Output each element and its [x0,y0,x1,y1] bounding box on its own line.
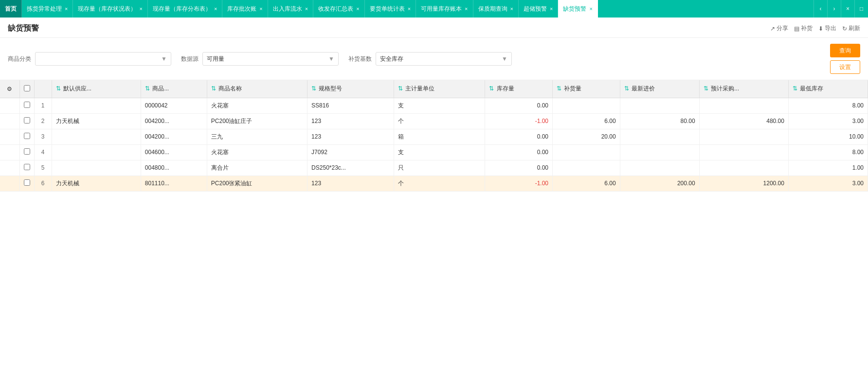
tab-abnormal-close[interactable]: × [65,6,68,12]
tab-available-close[interactable]: × [465,6,468,12]
table-row: 6 力天机械 801110... PC200张紧油缸 123 个 -1.00 6… [0,176,868,191]
nav-close-all[interactable]: × [841,0,854,18]
tab-overstock[interactable]: 超储预警 × [519,0,558,18]
row-supplier-cell [52,160,141,176]
tab-overstock-close[interactable]: × [550,6,553,12]
row-checkbox-cell[interactable] [19,160,34,176]
row-product-code-cell: 004800... [141,160,207,176]
row-checkbox[interactable] [24,148,30,155]
settings-column-header[interactable]: ⚙ [0,80,19,98]
row-checkbox[interactable] [24,164,30,170]
query-button[interactable]: 查询 [830,44,860,57]
nav-next-arrow[interactable]: › [827,0,841,18]
latest-price-sort-icon: ⇅ [624,85,629,92]
page-header: 缺货预警 ↗ 分享 ▤ 补货 ⬇ 导出 ↻ 刷新 [0,18,868,38]
refresh-icon: ↻ [842,25,847,32]
row-checkbox-cell[interactable] [19,113,34,129]
tab-receive-close[interactable]: × [356,6,359,12]
row-latest-price-cell [620,160,699,176]
datasource-select[interactable]: 可用量 ▼ [202,52,339,66]
row-checkbox[interactable] [24,117,30,123]
latest-price-column-header[interactable]: ⇅ 最新进价 [620,80,699,98]
table-header-row: ⚙ ⇅ 默认供应... ⇅ 商品... ⇅ [0,80,868,98]
row-min-stock-cell: 1.00 [788,160,868,176]
tab-inout[interactable]: 出入库流水 × [268,0,313,18]
row-stock-cell: 0.00 [485,144,553,160]
row-checkbox-cell[interactable] [19,144,34,160]
tab-inout-close[interactable]: × [305,6,308,12]
tab-home-label: 首页 [5,5,17,13]
product-code-column-header[interactable]: ⇅ 商品... [141,80,207,98]
replenish-qty-column-header[interactable]: ⇅ 补货量 [553,80,620,98]
export-icon: ⬇ [818,25,823,32]
row-product-code-cell: 004200... [141,129,207,144]
replenish-base-filter-group: 补货基数 安全库存 ▼ [348,52,512,66]
share-action[interactable]: ↗ 分享 [770,24,788,33]
tab-expire[interactable]: 保质期查询 × [473,0,519,18]
spec-sort-icon: ⇅ [311,85,316,92]
tab-shortage-close[interactable]: × [589,6,592,12]
row-replenish-qty-cell [553,160,620,176]
table-row: 4 004600... 火花塞 J7092 支 0.00 8.00 [0,144,868,160]
est-purchase-column-header[interactable]: ⇅ 预计采购... [699,80,788,98]
row-checkbox-cell[interactable] [19,98,34,113]
tab-order-stat-close[interactable]: × [408,6,411,12]
row-num-cell: 2 [34,113,52,129]
settings-button[interactable]: 设置 [830,60,860,74]
refresh-action[interactable]: ↻ 刷新 [842,24,860,33]
replenish-base-select[interactable]: 安全库存 ▼ [376,52,512,66]
tab-inventory-status[interactable]: 现存量（库存状况表） × [73,0,147,18]
row-checkbox[interactable] [24,133,30,139]
min-stock-column-header[interactable]: ⇅ 最低库存 [788,80,868,98]
tab-inventory-status-close[interactable]: × [139,6,142,12]
unit-column-header[interactable]: ⇅ 主计量单位 [394,80,485,98]
row-checkbox[interactable] [24,179,30,186]
category-select[interactable]: ▼ [35,52,171,66]
datasource-value: 可用量 [207,55,224,63]
row-checkbox[interactable] [24,102,30,108]
tab-abnormal[interactable]: 拣货异常处理 × [22,0,73,18]
tab-inout-label: 出入库流水 [273,5,302,13]
supplier-column-header[interactable]: ⇅ 默认供应... [52,80,141,98]
stock-column-header[interactable]: ⇅ 库存量 [485,80,553,98]
row-product-code-cell: 004600... [141,144,207,160]
row-settings-cell [0,176,19,191]
filter-actions: 查询 设置 [830,44,860,74]
tab-shortage-label: 缺货预警 [563,5,586,13]
category-filter-group: 商品分类 ▼ [8,52,171,66]
tab-batch[interactable]: 库存批次账 × [222,0,268,18]
tab-abnormal-label: 拣货异常处理 [27,5,62,13]
nav-maximize[interactable]: □ [854,0,868,18]
product-name-column-header[interactable]: ⇅ 商品名称 [207,80,307,98]
row-supplier-cell: 力天机械 [52,176,141,191]
tab-batch-close[interactable]: × [259,6,262,12]
row-spec-cell: DS250*23c... [307,160,394,176]
tab-receive[interactable]: 收发存汇总表 × [313,0,364,18]
tab-inventory-dist-label: 现存量（库存分布表） [153,5,211,13]
header-actions: ↗ 分享 ▤ 补货 ⬇ 导出 ↻ 刷新 [770,24,860,33]
replenish-action[interactable]: ▤ 补货 [794,24,813,33]
tab-shortage[interactable]: 缺货预警 × [558,0,597,18]
tab-inventory-dist[interactable]: 现存量（库存分布表） × [148,0,222,18]
tab-order-stat[interactable]: 要货单统计表 × [365,0,416,18]
export-action[interactable]: ⬇ 导出 [818,24,836,33]
supplier-sort-icon: ⇅ [56,85,61,92]
tab-home[interactable]: 首页 [0,0,22,18]
row-checkbox-cell[interactable] [19,129,34,144]
spec-column-header[interactable]: ⇅ 规格型号 [307,80,394,98]
row-num-column-header [34,80,52,98]
tab-expire-close[interactable]: × [510,6,513,12]
datasource-filter-group: 数据源 可用量 ▼ [181,52,339,66]
min-stock-sort-icon: ⇅ [793,85,797,92]
replenish-base-value: 安全库存 [380,55,403,63]
tab-inventory-dist-close[interactable]: × [214,6,217,12]
tab-available[interactable]: 可用量库存账本 × [416,0,473,18]
checkbox-column-header[interactable] [19,80,34,98]
replenish-icon: ▤ [794,25,799,32]
table-body: 1 0000042 火花塞 SS816 支 0.00 8.00 2 力天机械 0… [0,98,868,191]
select-all-checkbox[interactable] [24,85,30,91]
row-unit-cell: 个 [394,113,485,129]
row-product-name-cell: 离合片 [207,160,307,176]
row-checkbox-cell[interactable] [19,176,34,191]
nav-prev-arrow[interactable]: ‹ [814,0,827,18]
